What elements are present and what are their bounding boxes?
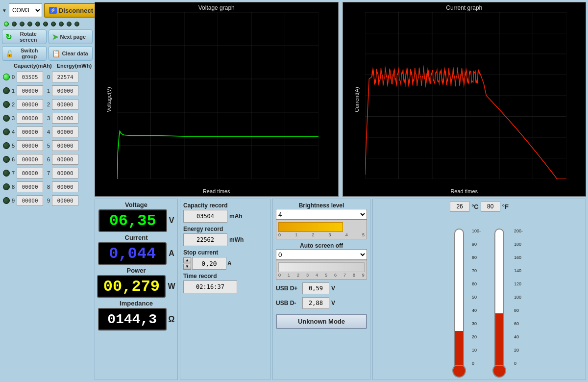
- action-buttons: ↻ Rotate screen ➤ Next page: [2, 29, 93, 44]
- channel-row-2: 2 2: [3, 98, 92, 111]
- channel-energy-7[interactable]: [52, 168, 78, 178]
- channel-num-3: 3: [11, 115, 16, 121]
- bottom-panels: Voltage 06,35 V Current 0,044 A: [95, 199, 586, 380]
- usb-d-minus-input[interactable]: [302, 297, 329, 309]
- channel-energy-6[interactable]: [52, 154, 78, 165]
- led-6: [51, 22, 56, 26]
- channel-led-7: [3, 170, 10, 177]
- voltage-graph-x-label: Read times: [203, 188, 230, 194]
- channel-cap-1[interactable]: [17, 85, 43, 96]
- channel-energy-3[interactable]: [52, 113, 78, 124]
- usb-d-plus-input[interactable]: [302, 282, 329, 294]
- channel-cap-9[interactable]: [17, 195, 43, 206]
- channel-led-1: [3, 87, 10, 94]
- capacity-header: Capacity(mAh) Energy(mWh): [2, 63, 93, 69]
- rotate-screen-button[interactable]: ↻ Rotate screen: [2, 29, 47, 44]
- channel-num2-5: 5: [46, 143, 51, 149]
- channel-energy-8[interactable]: [52, 181, 78, 192]
- channel-row-8: 8 8: [3, 180, 92, 193]
- voltage-title: Voltage: [125, 201, 147, 208]
- current-title: Current: [125, 234, 148, 241]
- current-graph-y-label: Current(A): [353, 87, 359, 112]
- power-value: 00,279: [103, 278, 160, 296]
- led-1: [12, 22, 17, 26]
- channel-row-1: 1 1: [3, 84, 92, 97]
- channel-energy-5[interactable]: [52, 140, 78, 151]
- thermo-panel: °C °F 100- 90: [372, 199, 586, 380]
- channel-num2-6: 6: [46, 156, 51, 162]
- clear-data-icon: 📋: [52, 50, 60, 57]
- channel-led-0: [3, 74, 10, 80]
- channel-row-4: 4 4: [3, 126, 92, 138]
- channel-led-4: [3, 128, 10, 135]
- current-display: 0,044: [98, 242, 167, 265]
- fahrenheit-scale: 200- 180 160 140 120 100 80 60 40 20 0: [514, 229, 523, 366]
- energy-record-input[interactable]: [183, 233, 227, 246]
- channel-num2-4: 4: [46, 129, 51, 135]
- auto-ticks: 0 1 2 3 4 5 6 7 8 9: [278, 273, 365, 278]
- auto-screen-select[interactable]: 0: [276, 249, 367, 260]
- channel-cap-0[interactable]: [17, 72, 43, 82]
- channel-cap-6[interactable]: [17, 154, 43, 165]
- top-controls: ▼ COM3 ⚡ Disconnect: [2, 2, 93, 19]
- power-unit: W: [168, 282, 175, 291]
- disconnect-button[interactable]: ⚡ Disconnect: [44, 3, 98, 18]
- spin-down-button[interactable]: ▼: [183, 264, 191, 270]
- led-2: [20, 22, 24, 26]
- next-icon: ➤: [52, 32, 58, 42]
- impedance-section: Impedance 0144,3 Ω: [97, 300, 175, 331]
- impedance-unit: Ω: [169, 315, 175, 324]
- led-0: [4, 22, 9, 26]
- channel-num-9: 9: [11, 198, 16, 204]
- stop-current-section: Stop current ▲ ▼ A: [183, 249, 267, 270]
- channel-row-0: 0 0: [3, 71, 92, 83]
- channel-energy-4[interactable]: [52, 127, 78, 137]
- thermo-header: °C °F: [375, 201, 584, 212]
- channel-energy-1[interactable]: [52, 85, 78, 96]
- channel-cap-2[interactable]: [17, 99, 43, 110]
- stop-current-input[interactable]: [192, 257, 226, 270]
- capacity-record-input[interactable]: [183, 210, 227, 223]
- brightness-section: Brightness level 4 0 1 2 3 4 5: [276, 202, 367, 239]
- brightness-select[interactable]: 4: [276, 209, 367, 220]
- right-area: Voltage graph Voltage(V) Read times Curr…: [95, 2, 586, 380]
- current-graph-container: Current graph Current(A) Read times: [343, 2, 587, 197]
- celsius-label: °C: [471, 203, 479, 210]
- stop-current-title: Stop current: [183, 249, 267, 256]
- led-9: [74, 22, 79, 26]
- channel-cap-4[interactable]: [17, 127, 43, 137]
- usb-d-plus-label: USB D+: [276, 285, 300, 292]
- switch-group-icon: 🔒: [5, 50, 14, 57]
- celsius-tube-container: 100- 90 80 70 60 50 40 30 20 10 0: [454, 229, 464, 366]
- next-page-button[interactable]: ➤ Next page: [49, 29, 93, 44]
- channel-cap-5[interactable]: [17, 140, 43, 151]
- channel-cap-3[interactable]: [17, 113, 43, 124]
- fahrenheit-tube-container: 200- 180 160 140 120 100 80 60 40 20 0: [494, 229, 504, 366]
- power-title: Power: [126, 267, 146, 274]
- channel-energy-9[interactable]: [52, 195, 78, 206]
- com-port-select[interactable]: COM3: [9, 3, 42, 17]
- switch-group-button[interactable]: 🔒 Switch group: [2, 46, 47, 61]
- spin-up-button[interactable]: ▲: [183, 257, 191, 263]
- channel-row-3: 3 3: [3, 112, 92, 125]
- current-row: 0,044 A: [98, 242, 174, 265]
- channel-cap-8[interactable]: [17, 181, 43, 192]
- led-3: [27, 22, 32, 26]
- channel-cap-7[interactable]: [17, 168, 43, 178]
- channel-num-4: 4: [11, 129, 16, 135]
- fahrenheit-input[interactable]: [481, 201, 500, 212]
- voltage-section: Voltage 06,35 V: [97, 201, 175, 232]
- celsius-thermometer: 100- 90 80 70 60 50 40 30 20 10 0: [452, 229, 466, 378]
- channel-energy-2[interactable]: [52, 99, 78, 110]
- com-select-container: ▼ COM3: [2, 3, 42, 17]
- clear-data-button[interactable]: 📋 Clear data: [49, 46, 93, 61]
- unknown-mode-button[interactable]: Unknown Mode: [276, 314, 367, 329]
- time-record-input[interactable]: [183, 280, 237, 293]
- channel-energy-0[interactable]: [52, 72, 78, 82]
- capacity-record-row: mAh: [183, 210, 267, 223]
- energy-record-section: Energy record mWh: [183, 226, 267, 246]
- brightness-ticks: 0 1 2 3 4 5: [278, 232, 365, 237]
- fahrenheit-label: °F: [502, 203, 509, 210]
- celsius-input[interactable]: [450, 201, 469, 212]
- channel-num2-3: 3: [46, 115, 51, 121]
